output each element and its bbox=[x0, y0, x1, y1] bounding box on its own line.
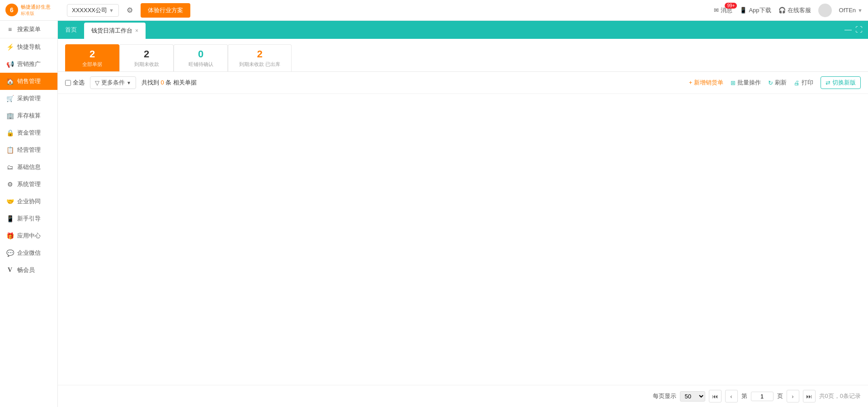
last-page-button[interactable]: ⏭ bbox=[803, 390, 816, 402]
message-badge: 99+ bbox=[725, 3, 737, 9]
app-download-button[interactable]: 📱 App下载 bbox=[740, 6, 771, 14]
sidebar-sales-label: 销售管理 bbox=[17, 77, 41, 85]
sidebar-system-label: 系统管理 bbox=[17, 180, 41, 188]
user-name[interactable]: OfTEn ▼ bbox=[839, 7, 863, 14]
add-order-button[interactable]: + 新增销货单 bbox=[689, 79, 723, 87]
tab-work[interactable]: 钱货日清工作台 × bbox=[84, 23, 146, 39]
sidebar-marketing-label: 营销推广 bbox=[17, 60, 41, 68]
logo-icon: 6 bbox=[5, 4, 18, 16]
page-label: 第 bbox=[741, 392, 747, 400]
tab-minimize-button[interactable]: — bbox=[844, 26, 852, 34]
message-button[interactable]: ✉ 消息 99+ bbox=[714, 6, 732, 14]
stat-tabs-area: 2 全部单据 2 到期未收款 0 旺铺待确认 2 到期未收款 已出库 bbox=[58, 39, 868, 72]
page-input[interactable] bbox=[751, 392, 774, 401]
tab-home-label: 首页 bbox=[65, 26, 77, 34]
user-name-text: OfTEn bbox=[839, 7, 856, 14]
stat-tab-overdue-out[interactable]: 2 到期未收款 已出库 bbox=[228, 44, 292, 71]
sidebar-basic-info-label: 基础信息 bbox=[17, 163, 41, 171]
tab-bar: 首页 钱货日清工作台 × — ⛶ bbox=[58, 21, 868, 39]
switch-version-button[interactable]: ⇄ 切换新版 bbox=[821, 76, 861, 89]
sidebar-item-weixin[interactable]: 💬 企业微信 bbox=[0, 244, 57, 262]
sidebar-item-finance[interactable]: 🔒 资金管理 bbox=[0, 124, 57, 141]
sidebar-item-app-center[interactable]: 🎁 应用中心 bbox=[0, 227, 57, 244]
page-size-label: 每页显示 bbox=[653, 392, 676, 400]
prev-page-button[interactable]: ‹ bbox=[725, 390, 738, 402]
logo-text: 畅捷通好生意 bbox=[21, 4, 51, 10]
sidebar-item-basic-info[interactable]: 🗂 基础信息 bbox=[0, 159, 57, 176]
stat-tab-overdue-out-count: 2 bbox=[239, 48, 280, 60]
stat-tab-pending[interactable]: 0 旺铺待确认 bbox=[174, 44, 228, 71]
app-download-label: App下载 bbox=[749, 6, 771, 14]
refresh-button[interactable]: ↻ 刷新 bbox=[768, 79, 787, 87]
avatar[interactable] bbox=[818, 4, 832, 17]
toolbar-right: + 新增销货单 ⊞ 批量操作 ↻ 刷新 🖨 打印 ⇄ bbox=[689, 76, 861, 89]
online-service-icon: 🎧 bbox=[778, 7, 786, 14]
member-icon: V bbox=[6, 267, 14, 274]
sidebar-item-sales[interactable]: 🏠 销售管理 bbox=[0, 73, 57, 90]
message-icon: ✉ bbox=[714, 7, 719, 14]
sidebar-item-member[interactable]: V 畅会员 bbox=[0, 262, 57, 279]
sidebar-search-label: 搜索菜单 bbox=[17, 25, 41, 33]
online-service-button[interactable]: 🎧 在线客服 bbox=[778, 6, 811, 14]
sidebar-item-inventory[interactable]: 🏢 库存核算 bbox=[0, 107, 57, 124]
sidebar-operations-label: 经营管理 bbox=[17, 146, 41, 154]
search-menu-icon: ≡ bbox=[6, 26, 14, 33]
batch-label: 批量操作 bbox=[737, 79, 761, 87]
app-center-icon: 🎁 bbox=[6, 232, 14, 239]
page-size-select[interactable]: 50 100 200 bbox=[680, 391, 705, 402]
stat-tab-overdue-count: 2 bbox=[131, 48, 162, 60]
enterprise-icon: 🤝 bbox=[6, 198, 14, 205]
sidebar-member-label: 畅会员 bbox=[17, 266, 35, 274]
tab-maximize-button[interactable]: ⛶ bbox=[855, 26, 863, 34]
app-download-icon: 📱 bbox=[740, 7, 747, 14]
sidebar-item-guide[interactable]: 📱 新手引导 bbox=[0, 210, 57, 227]
settings-button[interactable]: ⚙ bbox=[123, 3, 137, 18]
select-all-input[interactable] bbox=[65, 80, 71, 86]
experience-button[interactable]: 体验行业方案 bbox=[141, 3, 190, 18]
filter-label: 更多条件 bbox=[101, 79, 125, 87]
tab-work-label: 钱货日清工作台 bbox=[91, 27, 132, 35]
sidebar-quick-nav-label: 快捷导航 bbox=[17, 43, 41, 51]
stat-tabs: 2 全部单据 2 到期未收款 0 旺铺待确认 2 到期未收款 已出库 bbox=[65, 44, 861, 71]
sidebar-item-operations[interactable]: 📋 经营管理 bbox=[0, 141, 57, 159]
next-page-button[interactable]: › bbox=[787, 390, 799, 402]
print-button[interactable]: 🖨 打印 bbox=[794, 79, 813, 87]
sidebar-item-search[interactable]: ≡ 搜索菜单 bbox=[0, 21, 57, 38]
sidebar-item-system[interactable]: ⚙ 系统管理 bbox=[0, 176, 57, 193]
purchase-icon: 🛒 bbox=[6, 95, 14, 102]
tab-close-icon[interactable]: × bbox=[135, 28, 138, 34]
batch-icon: ⊞ bbox=[731, 80, 736, 86]
stat-tab-all[interactable]: 2 全部单据 bbox=[65, 44, 119, 71]
logo-area: 6 畅捷通好生意 标准版 bbox=[5, 4, 63, 16]
stat-tab-overdue[interactable]: 2 到期未收款 bbox=[119, 44, 174, 71]
guide-icon: 📱 bbox=[6, 215, 14, 222]
filter-button[interactable]: ▽ 更多条件 ▼ bbox=[90, 76, 136, 89]
table-area bbox=[58, 94, 868, 385]
tab-actions: — ⛶ bbox=[844, 26, 868, 34]
sidebar-item-enterprise[interactable]: 🤝 企业协同 bbox=[0, 193, 57, 210]
total-info: 共0页，0条记录 bbox=[819, 392, 861, 400]
tab-home[interactable]: 首页 bbox=[58, 21, 84, 39]
print-icon: 🖨 bbox=[794, 80, 800, 86]
pagination-bar: 每页显示 50 100 200 ⏮ ‹ 第 页 › ⏭ 共0页，0条记录 bbox=[58, 385, 868, 407]
sidebar-item-marketing[interactable]: 📢 营销推广 bbox=[0, 56, 57, 73]
stat-tab-overdue-label: 到期未收款 bbox=[131, 61, 162, 68]
toolbar: 全选 ▽ 更多条件 ▼ 共找到 0 条 相关单据 + 新增销货单 bbox=[58, 72, 868, 94]
sidebar-enterprise-label: 企业协同 bbox=[17, 197, 41, 206]
result-count: 0 bbox=[161, 79, 164, 86]
sidebar-purchase-label: 采购管理 bbox=[17, 94, 41, 103]
sidebar-item-quick-nav[interactable]: ⚡ 快捷导航 bbox=[0, 38, 57, 56]
select-all-checkbox[interactable]: 全选 bbox=[65, 79, 85, 87]
switch-label: 切换新版 bbox=[832, 79, 856, 87]
stat-tab-pending-count: 0 bbox=[185, 48, 217, 60]
first-page-button[interactable]: ⏮ bbox=[709, 390, 722, 402]
company-selector[interactable]: XXXXXX公司 ▼ bbox=[67, 4, 119, 17]
weixin-icon: 💬 bbox=[6, 249, 14, 257]
sidebar-guide-label: 新手引导 bbox=[17, 215, 41, 223]
company-name: XXXXXX公司 bbox=[72, 6, 107, 14]
batch-operation-button[interactable]: ⊞ 批量操作 bbox=[731, 79, 761, 87]
sidebar-item-purchase[interactable]: 🛒 采购管理 bbox=[0, 90, 57, 107]
toolbar-left: 全选 ▽ 更多条件 ▼ 共找到 0 条 相关单据 bbox=[65, 76, 684, 89]
sidebar: ≡ 搜索菜单 ⚡ 快捷导航 📢 营销推广 🏠 销售管理 🛒 采购管理 🏢 库 bbox=[0, 21, 58, 407]
stat-tab-all-label: 全部单据 bbox=[76, 61, 108, 68]
